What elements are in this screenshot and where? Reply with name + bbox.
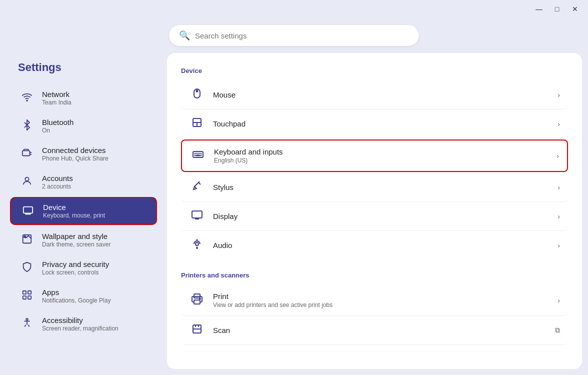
stylus-item[interactable]: Stylus › [181, 173, 568, 202]
svg-point-5 [24, 236, 26, 238]
search-icon: 🔍 [179, 30, 190, 41]
stylus-label: Stylus [213, 183, 550, 192]
svg-point-31 [196, 242, 198, 246]
svg-rect-8 [23, 296, 26, 298]
keyboard-sub: English (US) [214, 157, 548, 164]
touchpad-text: Touchpad [213, 120, 550, 128]
scan-external-icon: ⧉ [555, 326, 560, 334]
print-sub: View or add printers and see active prin… [213, 302, 550, 308]
close-button[interactable]: ✕ [568, 2, 582, 16]
wallpaper-label: Wallpaper and style [42, 232, 110, 240]
accounts-sub: 2 accounts [42, 183, 73, 190]
apps-label: Apps [42, 288, 110, 296]
mouse-label: Mouse [213, 90, 550, 99]
mouse-item[interactable]: Mouse › [181, 80, 568, 110]
top-area: 🔍 [0, 18, 588, 53]
accessibility-label: Accessibility [42, 316, 118, 324]
wallpaper-sub: Dark theme, screen saver [42, 241, 110, 248]
sidebar-item-accessibility[interactable]: Accessibility Screen reader, magnificati… [10, 311, 157, 337]
sidebar-item-network[interactable]: Network Team India [10, 85, 157, 111]
sidebar-item-bluetooth[interactable]: Bluetooth On [10, 113, 157, 139]
touchpad-chevron: › [558, 120, 560, 128]
apps-icon [20, 290, 34, 303]
app-container: Settings Network Team India [0, 53, 588, 375]
scan-text: Scan [213, 326, 547, 334]
svg-rect-7 [28, 290, 31, 294]
sidebar-item-connected-devices[interactable]: Connected devices Phone Hub, Quick Share [10, 141, 157, 167]
svg-line-27 [198, 182, 200, 184]
connected-devices-sub: Phone Hub, Quick Share [42, 155, 108, 162]
svg-point-0 [26, 100, 28, 101]
audio-label: Audio [213, 241, 550, 250]
touchpad-item[interactable]: Touchpad › [181, 110, 568, 138]
sidebar: Settings Network Team India [6, 53, 161, 369]
audio-icon [189, 238, 205, 252]
sidebar-item-privacy[interactable]: Privacy and security Lock screen, contro… [10, 255, 157, 281]
wallpaper-icon [20, 234, 34, 247]
sidebar-item-accounts[interactable]: Accounts 2 accounts [10, 169, 157, 195]
display-item[interactable]: Display › [181, 202, 568, 231]
minimize-button[interactable]: — [532, 2, 546, 16]
svg-rect-3 [24, 206, 32, 213]
svg-rect-9 [28, 296, 31, 298]
sidebar-item-wallpaper[interactable]: Wallpaper and style Dark theme, screen s… [10, 227, 157, 253]
bluetooth-label: Bluetooth [42, 118, 74, 126]
svg-rect-6 [23, 290, 26, 294]
print-item[interactable]: Print View or add printers and see activ… [181, 285, 568, 316]
bluetooth-text: Bluetooth On [42, 118, 74, 134]
accessibility-sub: Screen reader, magnification [42, 325, 118, 332]
search-input[interactable] [195, 32, 409, 40]
display-label: Display [213, 212, 550, 220]
apps-text: Apps Notifications, Google Play [42, 288, 110, 304]
print-label: Print [213, 292, 550, 300]
scan-item[interactable]: Scan ⧉ [181, 316, 568, 345]
privacy-label: Privacy and security [42, 260, 109, 268]
title-bar: — □ ✕ [0, 0, 588, 18]
keyboard-icon [190, 148, 206, 163]
network-sub: Team India [42, 99, 72, 106]
window-controls: — □ ✕ [532, 2, 582, 16]
display-chevron: › [558, 212, 560, 220]
accessibility-icon [20, 318, 34, 331]
privacy-icon [20, 262, 34, 275]
maximize-button[interactable]: □ [550, 2, 564, 16]
audio-chevron: › [558, 242, 560, 250]
stylus-icon [189, 180, 205, 194]
wifi-icon [20, 92, 34, 105]
stylus-chevron: › [558, 184, 560, 192]
accessibility-text: Accessibility Screen reader, magnificati… [42, 316, 118, 332]
svg-rect-28 [192, 211, 202, 218]
keyboard-chevron: › [556, 152, 559, 160]
main-content: Device Mouse › [167, 53, 582, 369]
accounts-icon [20, 176, 34, 189]
device-text: Device Keyboard, mouse, print [43, 203, 105, 219]
print-chevron: › [558, 296, 560, 304]
apps-sub: Notifications, Google Play [42, 297, 110, 304]
svg-rect-17 [193, 152, 203, 158]
connected-devices-text: Connected devices Phone Hub, Quick Share [42, 146, 108, 162]
keyboard-item[interactable]: Keyboard and inputs English (US) › [181, 140, 568, 172]
audio-text: Audio [213, 241, 550, 250]
bluetooth-icon [20, 120, 34, 133]
keyboard-text: Keyboard and inputs English (US) [214, 148, 548, 164]
bluetooth-sub: On [42, 127, 74, 134]
touchpad-icon [189, 116, 205, 131]
sidebar-item-apps[interactable]: Apps Notifications, Google Play [10, 283, 157, 309]
device-label: Device [43, 203, 105, 212]
connected-devices-label: Connected devices [42, 146, 108, 154]
audio-item[interactable]: Audio › [181, 231, 568, 260]
sidebar-item-device[interactable]: Device Keyboard, mouse, print [10, 197, 157, 225]
mouse-text: Mouse [213, 90, 550, 99]
keyboard-label: Keyboard and inputs [214, 148, 548, 156]
device-sub: Keyboard, mouse, print [43, 212, 105, 219]
touchpad-label: Touchpad [213, 120, 550, 128]
wallpaper-text: Wallpaper and style Dark theme, screen s… [42, 232, 110, 248]
svg-point-10 [26, 318, 28, 320]
svg-point-38 [200, 298, 200, 300]
search-bar: 🔍 [169, 25, 419, 46]
device-section-label: Device [181, 67, 568, 74]
device-icon [21, 204, 35, 218]
svg-point-2 [25, 177, 28, 180]
scan-label: Scan [213, 326, 547, 334]
accounts-label: Accounts [42, 174, 73, 182]
